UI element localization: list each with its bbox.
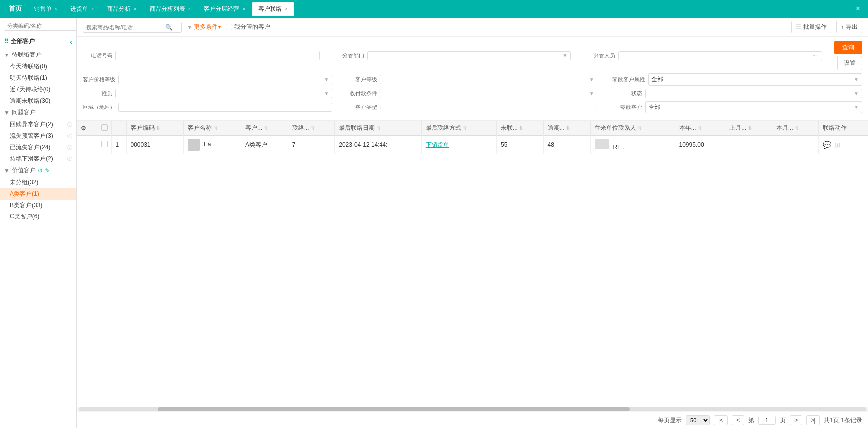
td-index: 1: [111, 136, 126, 154]
sidebar-item-a-class[interactable]: A类客户(1): [0, 188, 76, 200]
sidebar-item-ungrouped[interactable]: 未分组(32): [0, 177, 76, 188]
tab-customer-contact[interactable]: 客户联络 ×: [252, 2, 294, 16]
tab-product-analysis-list[interactable]: 商品分析列表 ×: [144, 2, 197, 16]
sidebar-item-abnormal-repurchase[interactable]: 回购异常客户(2) ⓘ: [0, 119, 76, 130]
sidebar-item-churn-warning[interactable]: 流失预警客户(3) ⓘ: [0, 130, 76, 142]
td-no-contact: 55: [496, 136, 543, 154]
search-wrap: 🔍: [83, 22, 182, 33]
export-button[interactable]: ↑ 导出: [836, 21, 862, 33]
next-page-button[interactable]: >: [790, 415, 802, 425]
content-area: 🔍 ▼ 更多条件 ▾ 我分管的客户 ☰ 批量操作 ↑ 导出: [77, 18, 868, 428]
close-customer-contact-icon[interactable]: ×: [285, 6, 288, 12]
person-more-icon[interactable]: ···: [811, 53, 819, 58]
th-this-year[interactable]: 本年... ⇅: [675, 121, 725, 136]
sidebar-item-churned[interactable]: 已流失客户(24) ⓘ: [0, 142, 76, 153]
edit-icon[interactable]: ✎: [45, 167, 50, 174]
retail-attr-select[interactable]: 全部 ▼: [648, 73, 862, 86]
query-button[interactable]: 查询: [834, 41, 862, 54]
region-select[interactable]: ···: [118, 103, 332, 112]
th-overdue[interactable]: 逾期... ⇅: [543, 121, 591, 136]
last-method-link[interactable]: 下销货单: [426, 141, 449, 148]
tab-product-analysis[interactable]: 商品分析 ×: [101, 2, 143, 16]
table-container: ⚙ 客户编码 ⇅ 客户名称 ⇅: [77, 121, 868, 407]
th-contacts[interactable]: 往来单位联系人 ⇅: [591, 121, 675, 136]
customer-table: ⚙ 客户编码 ⇅ 客户名称 ⇅: [77, 121, 868, 154]
grid-icon: ⠿: [4, 38, 9, 45]
sidebar-pending-section[interactable]: ▼ 待联络客户: [0, 49, 76, 61]
prev-page-button[interactable]: <: [732, 415, 744, 425]
per-page-select[interactable]: 50 100 200: [686, 415, 710, 425]
customer-type-select[interactable]: [380, 106, 597, 109]
settings-button[interactable]: 设置: [837, 56, 862, 70]
th-code[interactable]: 客户编码 ⇅: [126, 121, 184, 136]
payment-select[interactable]: ▼: [380, 89, 597, 98]
horizontal-scrollbar[interactable]: [77, 407, 868, 412]
sidebar-search-input[interactable]: [4, 21, 77, 31]
sidebar-collapse-button[interactable]: ‹: [70, 38, 72, 46]
scrollbar-thumb[interactable]: [158, 407, 630, 411]
sidebar-item-b-class[interactable]: B类客户(33): [0, 200, 76, 211]
more-conditions-button[interactable]: ▼ 更多条件 ▾: [187, 23, 221, 31]
page-number-input[interactable]: [758, 416, 776, 425]
sidebar-item-declining[interactable]: 持续下滑客户(2) ⓘ: [0, 153, 76, 164]
th-no-contact[interactable]: 未联... ⇅: [496, 121, 543, 136]
customer-level-select[interactable]: ▼: [380, 75, 597, 84]
last-page-button[interactable]: >|: [806, 415, 820, 425]
close-sales-order-icon[interactable]: ×: [54, 6, 57, 12]
sidebar-item-c-class[interactable]: C类客户(6): [0, 211, 76, 222]
sidebar-item-overdue-pending[interactable]: 逾期未联络(30): [0, 95, 76, 107]
price-level-select[interactable]: ▼: [118, 75, 332, 84]
select-all-checkbox[interactable]: [101, 124, 108, 131]
close-product-analysis-icon[interactable]: ×: [134, 6, 137, 12]
home-tab[interactable]: 首页: [4, 4, 27, 13]
th-type[interactable]: 客户... ⇅: [241, 121, 288, 136]
table-row: 1 000031 Ea A类客户 7 2023-04-12 14:44: 下销货…: [77, 136, 868, 154]
status-select[interactable]: ▼: [645, 89, 862, 98]
refresh-icon[interactable]: ↺: [38, 167, 43, 174]
row-checkbox[interactable]: [101, 141, 108, 147]
main-search-input[interactable]: [86, 24, 165, 30]
nature-select[interactable]: ▼: [115, 89, 332, 98]
problem-arrow-icon: ▼: [4, 109, 10, 116]
close-product-analysis-list-icon[interactable]: ×: [188, 6, 191, 12]
message-action-icon[interactable]: 💬: [823, 141, 831, 149]
close-customer-segment-icon[interactable]: ×: [242, 6, 245, 12]
qr-action-icon[interactable]: ⊞: [834, 141, 840, 149]
region-more-icon[interactable]: ···: [321, 105, 329, 110]
tab-sales-order[interactable]: 销售单 ×: [28, 2, 63, 16]
all-customers-header[interactable]: ⠿ 全部客户 ‹: [0, 34, 76, 49]
tab-purchase-order[interactable]: 进货单 ×: [64, 2, 100, 16]
table-header-row: ⚙ 客户编码 ⇅ 客户名称 ⇅: [77, 121, 868, 136]
person-select[interactable]: ···: [618, 51, 822, 60]
sidebar-value-section[interactable]: ▼ 价值客户 ↺ ✎: [0, 164, 76, 177]
window-close-icon[interactable]: ×: [852, 4, 864, 13]
tab-customer-segment[interactable]: 客户分层经营 ×: [198, 2, 251, 16]
th-this-month[interactable]: 本月... ⇅: [772, 121, 819, 136]
settings-gear-icon[interactable]: ⚙: [81, 125, 86, 132]
batch-op-icon: ☰: [796, 24, 801, 31]
pending-arrow-icon: ▼: [4, 52, 10, 58]
main-search-icon[interactable]: 🔍: [165, 24, 173, 31]
scrollbar-track[interactable]: [79, 407, 866, 411]
batch-operation-button[interactable]: ☰ 批量操作: [791, 21, 831, 33]
price-level-chevron-icon: ▼: [324, 77, 329, 82]
th-last-date[interactable]: 最后联络日期 ⇅: [335, 121, 422, 136]
dept-select[interactable]: ▼: [367, 51, 571, 60]
filter-form: 电话号码 分管部门 ▼ 分管人员 ··· 查询 设置: [77, 37, 868, 121]
my-customers-checkbox-area[interactable]: 我分管的客户: [226, 23, 270, 31]
th-last-method[interactable]: 最后联络方式 ⇅: [421, 121, 496, 136]
th-last-month[interactable]: 上月... ⇅: [725, 121, 772, 136]
sidebar-problem-section[interactable]: ▼ 问题客户: [0, 107, 76, 119]
th-contact-count[interactable]: 联络... ⇅: [288, 121, 335, 136]
td-last-date: 2023-04-12 14:44:: [335, 136, 422, 154]
sidebar-item-7days-pending[interactable]: 近7天待联络(0): [0, 84, 76, 95]
sidebar-item-today-pending[interactable]: 今天待联络(0): [0, 61, 76, 72]
first-page-button[interactable]: |<: [714, 415, 728, 425]
retail-customer-select[interactable]: 全部 ▼: [645, 101, 862, 113]
phone-input[interactable]: [115, 51, 320, 60]
filter-cell-dept: 分管部门 ▼: [334, 51, 571, 60]
my-customers-checkbox[interactable]: [226, 24, 232, 30]
sidebar-item-tomorrow-pending[interactable]: 明天待联络(1): [0, 72, 76, 84]
close-purchase-order-icon[interactable]: ×: [91, 6, 94, 12]
th-name[interactable]: 客户名称 ⇅: [184, 121, 241, 136]
